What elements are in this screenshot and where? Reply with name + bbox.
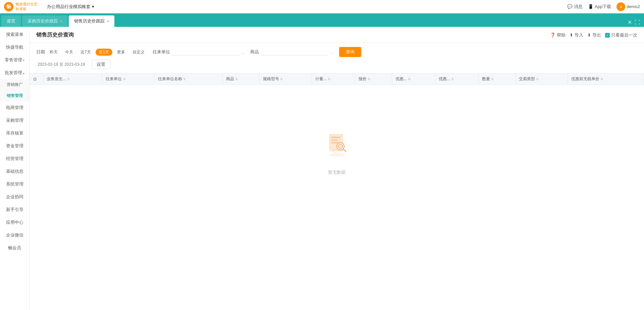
last1month-btn[interactable]: 近1月 <box>96 49 113 56</box>
sidebar: 搜索菜单 快捷导航 零售管理 ▾ 批发管理 ▴ 营销推广 销售管理 电商管理 采… <box>0 27 30 310</box>
import-button[interactable]: ⬆ 导入 <box>570 32 583 38</box>
svg-point-0 <box>328 153 345 157</box>
sidebar-item-search-menu[interactable]: 搜索菜单 <box>0 28 29 41</box>
svg-line-7 <box>343 149 346 152</box>
table-settings-icon[interactable]: ⚙ <box>33 76 37 82</box>
svg-rect-3 <box>331 140 338 141</box>
wholesale-submenu: 营销推广 销售管理 <box>0 79 29 101</box>
sidebar-item-inventory[interactable]: 库存核算 <box>0 127 29 140</box>
search-button[interactable]: 查询 <box>339 47 361 57</box>
main-wrapper: 搜索菜单 快捷导航 零售管理 ▾ 批发管理 ▴ 营销推广 销售管理 电商管理 采… <box>0 27 644 310</box>
settings-button[interactable]: 设置 <box>92 60 110 69</box>
custom-btn[interactable]: 自定义 <box>130 49 147 56</box>
date-range-display: 2023-02-18 至 2023-03-18 <box>38 62 85 67</box>
sidebar-item-newbie[interactable]: 新手引导 <box>0 203 29 216</box>
logo-text: 畅捷通好生意 标准版 <box>15 2 38 11</box>
sidebar-item-operation[interactable]: 经营管理 <box>0 152 29 165</box>
sidebar-item-system[interactable]: 系统管理 <box>0 178 29 191</box>
last7days-btn[interactable]: 近7天 <box>78 49 94 56</box>
message-button[interactable]: 💬 消息 <box>567 4 583 10</box>
sidebar-item-wechat[interactable]: 企业微信 <box>0 229 29 242</box>
th-discount2[interactable]: 优惠... ⇅ <box>435 73 479 85</box>
tab-bar-actions: ✕ ⛶ <box>628 19 644 27</box>
sidebar-item-member[interactable]: 畅会员 <box>0 242 29 254</box>
logo-icon: 畅 <box>4 2 13 11</box>
goods-label: 商品 <box>250 49 259 55</box>
sidebar-item-enterprise[interactable]: 企业协同 <box>0 191 29 203</box>
table-container: ⚙ 业务发生... ⇅ 往来单位 ⇅ <box>30 73 644 310</box>
th-partner-name[interactable]: 往来单位名称 ⇅ <box>154 73 222 85</box>
sidebar-item-wholesale[interactable]: 批发管理 ▴ <box>0 66 29 79</box>
chevron-down-icon: ▾ <box>92 4 94 9</box>
only-last-checkbox[interactable]: ✓ <box>605 33 610 38</box>
th-partner-code[interactable]: 往来单位 ⇅ <box>102 73 154 85</box>
th-pretax-price[interactable]: 优惠前无税单价 ⇅ <box>568 73 644 85</box>
tab-home[interactable]: 首页 <box>1 15 21 27</box>
sidebar-item-purchase[interactable]: 采购管理 <box>0 114 29 127</box>
export-icon: ⬇ <box>587 33 591 38</box>
goods-input[interactable] <box>261 49 328 55</box>
sidebar-item-retail[interactable]: 零售管理 ▾ <box>0 54 29 66</box>
help-button[interactable]: ❓ 帮助 <box>550 32 566 38</box>
yesterday-btn[interactable]: 昨天 <box>47 49 60 56</box>
partner-dots[interactable]: ... <box>241 50 245 55</box>
svg-point-6 <box>338 144 343 148</box>
sort-icon-spec: ⇅ <box>280 77 283 81</box>
empty-text: 暂无数据 <box>328 169 345 175</box>
app-download-button[interactable]: 📱 App下载 <box>588 4 611 10</box>
sort-icon-discount1: ⇅ <box>408 77 411 81</box>
import-icon: ⬆ <box>570 33 573 38</box>
th-trade-type[interactable]: 交易类型 ⇅ <box>515 73 568 85</box>
sidebar-item-ecommerce[interactable]: 电商管理 <box>0 101 29 114</box>
tab-close-sales[interactable]: × <box>107 19 109 23</box>
tab-purchase-history[interactable]: 采购历史价跟踪 × <box>22 15 67 27</box>
sort-icon-unit: ⇅ <box>328 77 330 81</box>
th-unit[interactable]: 计量... ⇅ <box>312 73 355 85</box>
sidebar-sub-item-sales[interactable]: 销售管理 <box>0 90 29 101</box>
app-selector[interactable]: 办公用品行业模拟账套 ▾ <box>47 4 94 10</box>
more-btn[interactable]: 更多 <box>114 49 128 56</box>
goods-filter-group: 商品 ... <box>250 49 334 55</box>
sort-icon-qty: ⇅ <box>491 77 494 81</box>
avatar: d <box>616 2 625 11</box>
sort-icon-goods: ⇅ <box>235 77 238 81</box>
th-date[interactable]: 业务发生... ⇅ <box>43 73 102 85</box>
tab-sales-history[interactable]: 销售历史价跟踪 × <box>69 15 114 27</box>
logo-area: 畅 畅捷通好生意 标准版 <box>4 2 38 11</box>
filter-row-1: 日期 昨天 今天 近7天 近1月 更多 自定义 往来单位 ... 商品 ... <box>36 47 637 57</box>
fullscreen-button[interactable]: ⛶ <box>635 19 640 25</box>
empty-icon <box>322 129 352 165</box>
only-last-checkbox-label[interactable]: ✓ 只看最后一次 <box>605 32 637 38</box>
sidebar-item-appstore[interactable]: 应用中心 <box>0 216 29 229</box>
content-area: 销售历史价查询 ❓ 帮助 ⬆ 导入 ⬇ 导出 ✓ 只看最后一次 <box>30 27 644 310</box>
close-window-button[interactable]: ✕ <box>628 19 632 25</box>
partner-input[interactable] <box>172 49 239 55</box>
sidebar-item-finance[interactable]: 资金管理 <box>0 140 29 152</box>
sidebar-item-basic[interactable]: 基础信息 <box>0 165 29 178</box>
today-btn[interactable]: 今天 <box>62 49 76 56</box>
sort-icon-trade-type: ⇅ <box>536 77 539 81</box>
tab-close-purchase[interactable]: × <box>60 19 62 23</box>
table-settings-th[interactable]: ⚙ <box>30 73 43 85</box>
table-header-row: ⚙ 业务发生... ⇅ 往来单位 ⇅ <box>30 73 644 85</box>
sort-icon-discount2: ⇅ <box>451 77 454 81</box>
export-button[interactable]: ⬇ 导出 <box>587 32 601 38</box>
th-discount1[interactable]: 优惠... ⇅ <box>392 73 435 85</box>
help-icon: ❓ <box>550 33 555 38</box>
chevron-up-icon: ▴ <box>23 71 24 75</box>
goods-dots[interactable]: ... <box>330 50 334 55</box>
th-spec[interactable]: 规格型号 ⇅ <box>259 73 312 85</box>
th-goods[interactable]: 商品 ⇅ <box>223 73 260 85</box>
user-profile[interactable]: d demo2 <box>616 2 640 11</box>
page-header: 销售历史价查询 ❓ 帮助 ⬆ 导入 ⬇ 导出 ✓ 只看最后一次 <box>30 27 644 43</box>
th-price[interactable]: 报价 ⇅ <box>355 73 392 85</box>
partner-filter-group: 往来单位 ... <box>153 49 245 55</box>
sort-icon-pretax-price: ⇅ <box>600 77 603 81</box>
sort-icon-partner-name: ⇅ <box>183 77 186 81</box>
sidebar-sub-item-marketing[interactable]: 营销推广 <box>0 79 29 90</box>
header-right: 💬 消息 📱 App下载 d demo2 <box>567 2 640 11</box>
top-header: 畅 畅捷通好生意 标准版 办公用品行业模拟账套 ▾ 💬 消息 📱 App下载 d… <box>0 0 644 13</box>
th-qty[interactable]: 数量 ⇅ <box>479 73 516 85</box>
sidebar-item-quick-nav[interactable]: 快捷导航 <box>0 41 29 54</box>
empty-state: 暂无数据 <box>30 85 644 219</box>
